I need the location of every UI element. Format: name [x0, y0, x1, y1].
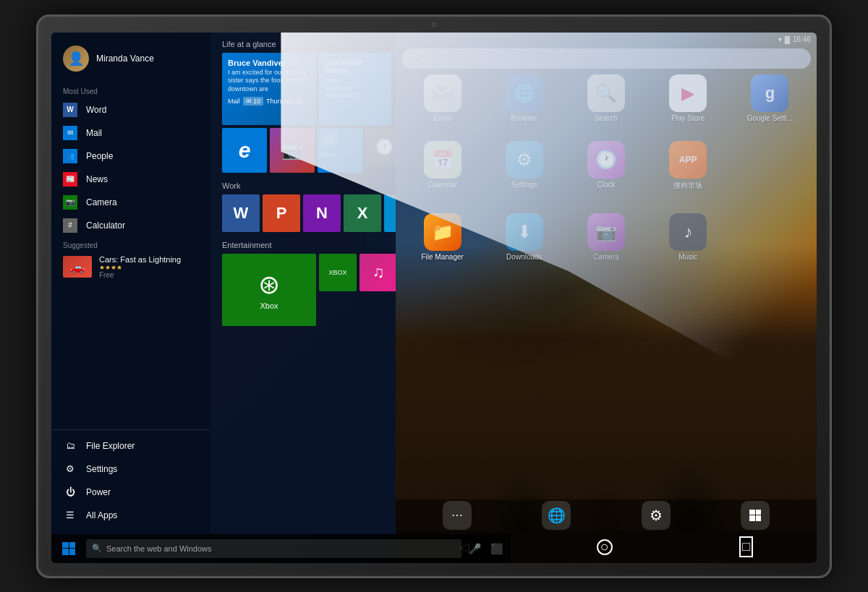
appstore-label: 搜狗市场: [673, 181, 702, 191]
suggested-item-cars[interactable]: 🚗 Cars: Fast as Lightning ★★★★ Free: [51, 252, 210, 282]
android-search-bar[interactable]: 🔍: [401, 48, 811, 69]
calculator-icon: #: [63, 218, 77, 233]
app-item-downloads[interactable]: ⬇ Downloads: [495, 213, 553, 261]
mail-live-tile[interactable]: Bruce Vandiver I am excited for our trip…: [222, 53, 316, 125]
android-side: ▾ ▓ 16:46 🔍: [396, 33, 817, 563]
small-win-tile-3: [749, 515, 755, 521]
mail-footer: Mail ✉ 10 Thursday 30: [228, 97, 310, 106]
stars-rating: ★★★★: [99, 264, 199, 271]
menu-item-power[interactable]: ⏻ Power: [51, 481, 210, 504]
lunch-person: Barbra: [325, 67, 386, 74]
dock-browser[interactable]: 🌐: [542, 501, 571, 530]
filemanager-app-icon: 📁: [424, 213, 461, 251]
calendar-app-icon: 📅: [424, 141, 461, 179]
fileexplorer-icon: 🗂: [63, 439, 77, 453]
win-logo-tile-1: [62, 542, 69, 549]
mail-preview: I am excited for our trip! My sister say…: [228, 69, 310, 94]
microphone-icon[interactable]: 🎤: [467, 541, 483, 557]
clock-label: Clock: [597, 181, 616, 189]
app-item-filemanager[interactable]: 📁 File Manager: [414, 213, 472, 261]
browser-label: Browser: [511, 114, 538, 122]
dock-settings[interactable]: ⚙: [642, 501, 671, 530]
battery-icon: ▓: [785, 35, 790, 43]
android-search-icon: 🔍: [410, 53, 421, 64]
settings-icon: ⚙: [63, 462, 77, 476]
suggested-free: Free: [99, 271, 199, 279]
word-tile[interactable]: W: [222, 194, 260, 232]
settings-app-icon: ⚙: [506, 141, 543, 179]
camera-icon: 📷: [63, 195, 77, 210]
xbox-tile[interactable]: ⊛ Xbox: [222, 254, 316, 326]
mail-icon: ✉: [63, 126, 77, 140]
lunch-tile[interactable]: Lunch with Barbra Cafe 11:00 AM Thursday…: [319, 53, 391, 125]
app-item-camera[interactable]: 📷 Camera: [577, 213, 635, 261]
search-label: Search: [595, 114, 618, 122]
app-item-clock[interactable]: 🕐 Clock: [577, 141, 635, 191]
xbox-label: Xbox: [260, 301, 278, 310]
store-tile[interactable]: 🛍 Store: [318, 128, 362, 173]
recents-button[interactable]: □: [739, 536, 753, 557]
menu-label-word: Word: [86, 105, 106, 115]
music-app-icon: ♪: [669, 213, 707, 251]
email-app-icon: [424, 74, 461, 112]
menu-item-people[interactable]: 👥 People: [51, 145, 210, 168]
small-win-tile-2: [756, 510, 762, 515]
suggested-label: Suggested: [51, 237, 210, 252]
app-item-calendar[interactable]: 📅 Calendar: [414, 141, 472, 191]
menu-item-camera[interactable]: 📷 Camera: [51, 191, 210, 214]
app-item-settings[interactable]: ⚙ Settings: [495, 141, 553, 191]
lunch-date: Thursday 30: [325, 92, 386, 99]
onenote-tile[interactable]: N: [303, 194, 341, 232]
android-apps-row1: Email 🌐 Browser 🔍 Search ▶ Play Store g …: [396, 74, 817, 122]
dock-launcher[interactable]: ⋯: [443, 501, 472, 530]
win-logo-tile-3: [62, 549, 69, 555]
android-apps-row3: 📁 File Manager ⬇ Downloads 📷 Camera ♪ Mu…: [396, 213, 817, 261]
filemanager-label: File Manager: [422, 253, 464, 261]
allapps-icon: ☰: [63, 508, 77, 523]
menu-item-news[interactable]: 📰 News: [51, 168, 210, 191]
menu-item-settings[interactable]: ⚙ Settings: [51, 458, 210, 481]
android-statusbar: ▾ ▓ 16:46: [396, 33, 817, 47]
menu-label-settings: Settings: [86, 464, 117, 474]
menu-item-word[interactable]: W Word: [51, 98, 210, 121]
small-win-tile-4: [756, 515, 762, 521]
itunes-tile[interactable]: ♫: [359, 254, 397, 291]
app-item-browser[interactable]: 🌐 Browser: [495, 74, 553, 122]
people-icon: 👥: [63, 149, 77, 163]
android-apps-row2: 📅 Calendar ⚙ Settings 🕐 Clock APP 搜狗市场: [396, 141, 817, 191]
home-button[interactable]: ○: [597, 539, 613, 555]
menu-item-mail[interactable]: ✉ Mail: [51, 121, 210, 145]
menu-item-calculator[interactable]: # Calculator: [51, 214, 210, 237]
wifi-icon: ▾: [778, 35, 782, 43]
app-item-googlesettings[interactable]: g Google Setti...: [741, 74, 799, 122]
app-item-search[interactable]: 🔍 Search: [577, 74, 635, 122]
menu-item-fileexplorer[interactable]: 🗂 File Explorer: [51, 434, 210, 458]
powerpoint-tile[interactable]: P: [263, 194, 300, 232]
app-item-playstore[interactable]: ▶ Play Store: [659, 74, 717, 122]
xbox2-tile[interactable]: XBOX: [319, 254, 357, 291]
googlesettings-label: Google Setti...: [747, 114, 793, 122]
dock-settings-icon: ⚙: [642, 501, 671, 530]
avatar: 👤: [63, 46, 89, 72]
start-button[interactable]: [57, 537, 80, 560]
excel-tile[interactable]: X: [344, 194, 381, 232]
app-item-email[interactable]: Email: [414, 74, 472, 122]
taskbar-search[interactable]: 🔍 Search the web and Windows: [86, 539, 461, 558]
screen: 👤 Miranda Vance Most Used W Word ✉ Mail: [51, 33, 817, 563]
menu-item-allapps[interactable]: ☰ All Apps: [51, 504, 210, 527]
downloads-label: Downloads: [506, 253, 542, 261]
menu-label-allapps: All Apps: [86, 510, 117, 520]
photos-tile[interactable]: 📷: [270, 128, 315, 173]
playstore-label: Play Store: [671, 114, 705, 122]
tablet-mode-icon[interactable]: ⬛: [489, 541, 505, 557]
app-item-music[interactable]: ♪ Music: [659, 213, 717, 261]
most-used-label: Most Used: [51, 83, 210, 98]
xbox2-label: XBOX: [328, 269, 346, 276]
edge-tile[interactable]: e: [222, 128, 267, 173]
app-item-appstore[interactable]: APP 搜狗市场: [659, 141, 717, 191]
win-logo-tile-2: [69, 542, 76, 549]
dock-windows[interactable]: [741, 501, 770, 530]
windows-logo: [62, 542, 75, 555]
appstore-app-icon: APP: [669, 141, 707, 179]
clock-app-icon: 🕐: [587, 141, 625, 179]
